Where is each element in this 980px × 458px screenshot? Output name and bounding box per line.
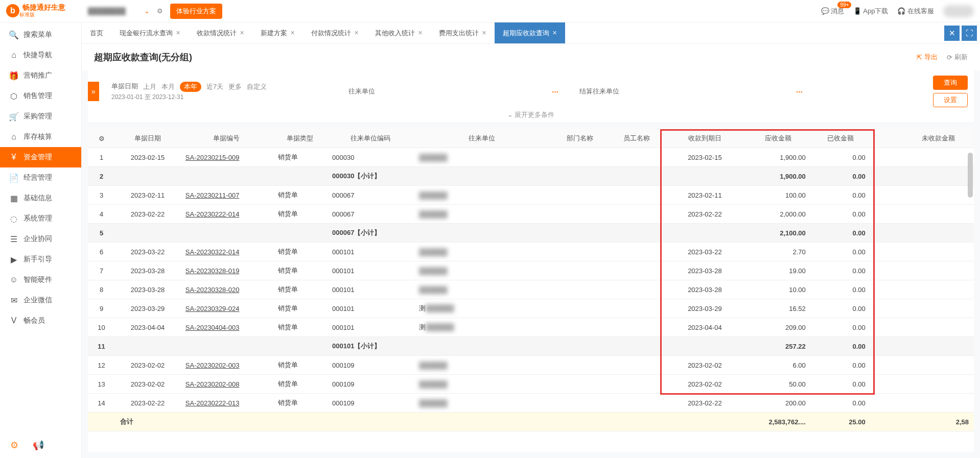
org-selector[interactable]: ████████	[88, 7, 126, 15]
doc-link[interactable]: SA-20230328-019	[185, 267, 240, 275]
th-emp[interactable]: 员工名称	[610, 129, 664, 148]
tab-2[interactable]: 收款情况统计✕	[189, 22, 252, 43]
sidebar-inventory[interactable]: ⌂库存核算	[0, 127, 81, 147]
tab-close-icon[interactable]: ✕	[552, 30, 557, 36]
tab-label: 收款情况统计	[197, 29, 237, 38]
settings-icon[interactable]: ⚙	[157, 7, 163, 15]
doc-link[interactable]: SA-20230215-009	[185, 154, 240, 161]
support-link[interactable]: 🎧 在线客服	[897, 7, 934, 16]
row-emp	[610, 261, 664, 280]
sidebar-funds[interactable]: ¥资金管理	[0, 147, 81, 167]
partner-input[interactable]	[379, 91, 548, 92]
sidebar-marketing[interactable]: 🎁营销推广	[0, 65, 81, 86]
date-quick-this-month[interactable]: 本月	[161, 82, 175, 91]
tab-expand-button[interactable]: ⛶	[962, 26, 977, 41]
filter-collapse-handle[interactable]: »	[88, 82, 99, 101]
messages-link[interactable]: 💬 消息 99+	[821, 7, 845, 16]
partner-filter-label: 往来单位	[348, 87, 375, 96]
tab-close-icon[interactable]: ✕	[290, 30, 295, 36]
th-ar[interactable]: 应收金额	[745, 129, 811, 148]
scrollbar-thumb[interactable]	[968, 153, 973, 198]
row-doctype: 销货单	[273, 318, 327, 337]
settle-picker-icon[interactable]: ⋯	[796, 88, 803, 95]
row-ccode: 000109	[327, 375, 414, 394]
avatar[interactable]	[943, 5, 974, 17]
doc-link[interactable]: SA-20230222-013	[185, 399, 240, 407]
th-docno[interactable]: 单据编号	[180, 129, 273, 148]
footer-settings-icon[interactable]: ⚙	[10, 440, 18, 451]
sidebar-wechat[interactable]: ✉企业微信	[0, 290, 81, 310]
doc-link[interactable]: SA-20230328-020	[185, 286, 240, 294]
messages-badge: 99+	[837, 2, 851, 8]
tab-close-icon[interactable]: ✕	[240, 30, 244, 36]
th-duedate[interactable]: 收款到期日	[664, 129, 746, 148]
sidebar-quicknav[interactable]: ⌂快捷导航	[0, 45, 81, 65]
th-unrcv[interactable]: 未收款金额	[903, 129, 974, 148]
app-download-link[interactable]: 📱 App下载	[853, 7, 888, 16]
sidebar-collab[interactable]: ☰企业协同	[0, 229, 81, 249]
tab-close-button[interactable]: ✕	[944, 26, 960, 41]
sidebar-basic[interactable]: ▦基础信息	[0, 188, 81, 208]
messages-label: 消息	[831, 7, 844, 15]
date-quick-more[interactable]: 更多	[228, 82, 242, 91]
th-ccode[interactable]: 往来单位编码	[327, 129, 414, 148]
table-row: 12 2023-02-02 SA-20230202-003 销货单 000109…	[88, 356, 974, 375]
trial-button[interactable]: 体验行业方案	[170, 4, 222, 19]
th-date[interactable]: 单据日期	[115, 129, 180, 148]
tab-close-icon[interactable]: ✕	[176, 30, 180, 36]
sidebar-biz-icon: 📄	[9, 173, 18, 182]
row-duedate: 2023-03-28	[664, 280, 746, 299]
row-date: 2023-02-02	[115, 375, 180, 394]
tab-close-icon[interactable]: ✕	[482, 30, 486, 36]
row-cname: ██████	[414, 148, 550, 167]
row-dept	[550, 318, 610, 337]
export-button[interactable]: ⇱ 导出	[917, 53, 938, 62]
doc-link[interactable]: SA-20230211-007	[185, 191, 240, 199]
row-index: 13	[88, 375, 115, 394]
partner-picker-icon[interactable]: ⋯	[552, 88, 559, 95]
tab-6[interactable]: 费用支出统计✕	[431, 22, 495, 43]
refresh-button[interactable]: ⟳ 刷新	[947, 53, 968, 62]
row-rcvd: 0.00	[811, 318, 871, 337]
sidebar-member[interactable]: V畅会员	[0, 310, 81, 331]
doc-link[interactable]: SA-20230322-014	[185, 248, 240, 256]
sidebar-purchase[interactable]: 🛒采购管理	[0, 106, 81, 127]
th-dept[interactable]: 部门名称	[550, 129, 610, 148]
tab-7[interactable]: 超期应收款查询✕	[495, 22, 565, 43]
sidebar-biz[interactable]: 📄经营管理	[0, 167, 81, 188]
date-quick-7d[interactable]: 近7天	[206, 82, 223, 91]
tab-1[interactable]: 现金银行流水查询✕	[111, 22, 189, 43]
org-chevron-icon[interactable]: ⌄	[144, 7, 150, 15]
th-doctype[interactable]: 单据类型	[273, 129, 327, 148]
tab-close-icon[interactable]: ✕	[354, 30, 359, 36]
tab-4[interactable]: 付款情况统计✕	[303, 22, 367, 43]
settings-button[interactable]: 设置	[933, 93, 968, 107]
row-emp	[610, 243, 664, 261]
sidebar-search[interactable]: 🔍搜索菜单	[0, 25, 81, 45]
th-rcvd[interactable]: 已收金额	[811, 129, 871, 148]
tab-5[interactable]: 其他收入统计✕	[367, 22, 431, 43]
date-range-display: 2023-01-01 至 2023-12-31	[111, 93, 267, 102]
tab-0[interactable]: 首页	[82, 22, 111, 43]
sidebar-system[interactable]: ◌系统管理	[0, 208, 81, 229]
doc-link[interactable]: SA-20230202-008	[185, 380, 240, 388]
footer-announce-icon[interactable]: 📢	[33, 440, 44, 451]
sidebar-guide[interactable]: ▶新手引导	[0, 249, 81, 270]
table-settings-icon[interactable]: ⚙	[88, 129, 115, 148]
sidebar-hardware[interactable]: ☺智能硬件	[0, 270, 81, 290]
search-button[interactable]: 查询	[933, 76, 968, 90]
sidebar-sales[interactable]: ⬡销售管理	[0, 86, 81, 106]
doc-link[interactable]: SA-20230329-024	[185, 305, 240, 312]
doc-link[interactable]: SA-20230202-003	[185, 361, 240, 369]
tab-3[interactable]: 新建方案✕	[252, 22, 303, 43]
date-quick-this-year[interactable]: 本年	[180, 82, 201, 92]
th-cname[interactable]: 往来单位	[414, 129, 550, 148]
sidebar-member-icon: V	[9, 316, 18, 325]
expand-more-filters[interactable]: ⌄ 展开更多条件	[88, 107, 974, 123]
row-cname: 测██████	[414, 318, 550, 337]
doc-link[interactable]: SA-20230222-014	[185, 210, 240, 218]
date-quick-last-month[interactable]: 上月	[143, 82, 156, 91]
tab-close-icon[interactable]: ✕	[418, 30, 423, 36]
date-quick-custom[interactable]: 自定义	[247, 82, 267, 91]
doc-link[interactable]: SA-20230404-003	[185, 324, 240, 331]
